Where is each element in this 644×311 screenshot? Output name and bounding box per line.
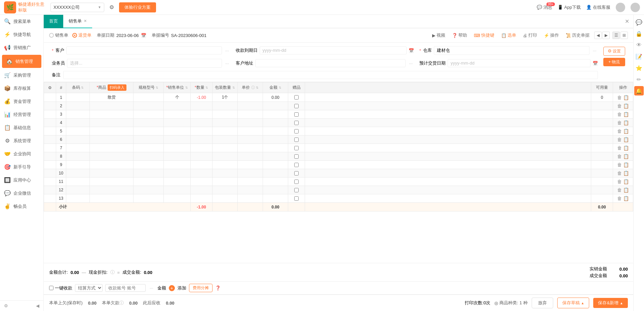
company-selector[interactable]: XXXXXX公司 ▼: [50, 3, 104, 12]
list-view-btn[interactable]: ☰: [612, 32, 620, 39]
customer-input[interactable]: [66, 46, 222, 54]
try-button[interactable]: 体验行业方案: [119, 2, 156, 12]
copy-row-icon[interactable]: 📋: [623, 112, 629, 117]
sidebar-item-finance[interactable]: 💰 资金管理: [0, 95, 43, 108]
row-spec-1[interactable]: [134, 93, 164, 102]
delete-row-icon[interactable]: 🗑: [617, 170, 622, 176]
nav-next-icon[interactable]: ▶: [602, 32, 610, 39]
expense-help-icon[interactable]: ❓: [215, 285, 221, 290]
video-btn[interactable]: ▶ 视频: [430, 32, 447, 39]
settings-button[interactable]: ⚙ 设置: [603, 47, 625, 56]
copy-row-icon[interactable]: 📋: [623, 154, 629, 159]
sidebar-item-system[interactable]: ⚙ 系统管理: [0, 134, 43, 147]
sidebar-item-basic-info[interactable]: 📋 基础信息: [0, 121, 43, 134]
expense-split-button[interactable]: 费用分摊: [189, 284, 213, 292]
copy-row-1-icon[interactable]: 📋: [623, 95, 629, 100]
delete-row-icon[interactable]: 🗑: [617, 103, 622, 109]
row-product-1[interactable]: 散货: [90, 93, 134, 102]
delete-row-icon[interactable]: 🗑: [617, 179, 622, 184]
copy-row-icon[interactable]: 📋: [623, 170, 629, 176]
help-btn[interactable]: ❓ 帮助: [450, 32, 469, 39]
select-btn[interactable]: 📋 选单: [499, 32, 518, 39]
row-gift-1[interactable]: [288, 93, 305, 102]
delete-row-icon[interactable]: 🗑: [617, 120, 622, 125]
online-service-button[interactable]: 👤 在线客服: [586, 4, 610, 10]
print-btn[interactable]: 🖨 打印: [521, 32, 539, 39]
copy-row-icon[interactable]: 📋: [623, 187, 629, 193]
row-settings-1[interactable]: [44, 93, 56, 102]
settings-icon[interactable]: ⚙: [107, 3, 116, 12]
copy-row-icon[interactable]: 📋: [623, 179, 629, 184]
tab-sales-order[interactable]: 销售单 ✕: [63, 15, 92, 28]
radio-sales-order[interactable]: 销售单: [49, 32, 68, 38]
nav-prev-icon[interactable]: ◀: [594, 32, 602, 39]
delete-row-1-icon[interactable]: 🗑: [617, 95, 622, 100]
one-click-pay-checkbox[interactable]: [49, 286, 53, 290]
history-btn[interactable]: 📜 历史单据: [564, 32, 592, 39]
copy-row-icon[interactable]: 📋: [623, 137, 629, 142]
sidebar-settings-btn[interactable]: ⚙: [4, 303, 8, 308]
copy-row-icon[interactable]: 📋: [623, 145, 629, 151]
customer-ellipsis-icon[interactable]: ···: [224, 48, 230, 53]
row-price-1[interactable]: [238, 93, 263, 102]
delete-row-icon[interactable]: 🗑: [617, 196, 622, 201]
warehouse-ellipsis-icon[interactable]: ···: [592, 48, 598, 53]
delete-row-icon[interactable]: 🗑: [617, 145, 622, 151]
help-circle-icon[interactable]: ⓘ: [119, 300, 124, 305]
right-tool-eye-btn[interactable]: 👁: [634, 40, 644, 50]
right-tool-edit-btn[interactable]: 📝: [634, 52, 644, 61]
row-qty-1[interactable]: -1.00: [191, 93, 213, 102]
row-unit-1[interactable]: 个: [164, 93, 191, 102]
right-tool-lock-btn[interactable]: 🔒: [634, 29, 644, 38]
date-value[interactable]: 2023-06-06: [116, 33, 139, 38]
settlement-select[interactable]: 结算方式: [75, 284, 103, 292]
order-number-value[interactable]: SA-20230606-001: [171, 33, 207, 38]
payment-due-calendar-icon[interactable]: 📅: [409, 48, 414, 53]
sidebar-item-vip[interactable]: ✌ 畅会员: [0, 200, 43, 213]
delivery-calendar-icon[interactable]: 📅: [593, 61, 598, 66]
row-pkgqty-1[interactable]: 1个: [213, 93, 238, 102]
salesperson-input[interactable]: 选择...: [67, 59, 222, 68]
app-download-button[interactable]: 📱 App下载: [558, 4, 581, 10]
copy-row-icon[interactable]: 📋: [623, 120, 629, 125]
tab-home[interactable]: 首页: [44, 15, 63, 28]
row-remark-1[interactable]: [305, 93, 591, 102]
tab-close-icon[interactable]: ✕: [84, 19, 87, 23]
sidebar-item-purchase[interactable]: 🛒 采购管理: [0, 69, 43, 82]
grid-view-btn[interactable]: ⊞: [620, 32, 628, 39]
address-ellipsis-icon[interactable]: ···: [408, 61, 414, 66]
save-draft-button[interactable]: 保存草稿 ▲: [557, 298, 590, 308]
save-new-button[interactable]: 保存&新增 ▲: [593, 298, 628, 308]
message-button[interactable]: 💬 消息 99+: [537, 4, 552, 10]
discard-button[interactable]: 放弃: [532, 298, 553, 308]
calendar-icon[interactable]: 📅: [141, 33, 146, 38]
close-all-tabs-icon[interactable]: ✕: [621, 18, 633, 25]
warehouse-input[interactable]: 建材仓: [434, 46, 590, 55]
operate-btn[interactable]: ⚡ 操作: [542, 32, 561, 39]
delete-row-icon[interactable]: 🗑: [617, 128, 622, 134]
copy-row-icon[interactable]: 📋: [623, 103, 629, 109]
radio-return-order[interactable]: 退货单: [72, 32, 91, 38]
sidebar-item-quick-nav[interactable]: ⚡ 快捷导航: [0, 28, 43, 41]
sidebar-item-operations[interactable]: 📊 经营管理: [0, 108, 43, 121]
discount-help-icon[interactable]: ⓘ: [110, 269, 115, 275]
sidebar-item-enterprise[interactable]: 🤝 企业协同: [0, 147, 43, 160]
sidebar-item-apps[interactable]: 🔲 应用中心: [0, 173, 43, 187]
sidebar-item-wechat[interactable]: 💬 企业微信: [0, 187, 43, 200]
bank-account-ellipsis-icon[interactable]: ···: [148, 285, 155, 290]
row-amount-1[interactable]: 0.00: [263, 93, 288, 102]
right-tool-pencil-btn[interactable]: ✏: [634, 75, 644, 84]
payment-due-input[interactable]: yyyy-mm-dd: [260, 46, 407, 54]
sidebar-item-inventory[interactable]: 📦 库存核算: [0, 82, 43, 95]
sidebar-item-search[interactable]: 🔍 搜索菜单: [0, 15, 43, 28]
right-tool-star-btn[interactable]: ⭐: [634, 63, 644, 73]
user-avatar[interactable]: [616, 3, 625, 12]
delete-row-icon[interactable]: 🗑: [617, 112, 622, 117]
add-payment-button[interactable]: +: [169, 285, 175, 291]
copy-row-icon[interactable]: 📋: [623, 196, 629, 201]
copy-row-icon[interactable]: 📋: [623, 128, 629, 134]
right-tool-comment-btn[interactable]: 💬: [634, 17, 644, 27]
shortcut-btn[interactable]: ⌨ 快捷键: [472, 32, 496, 39]
sidebar-item-marketing[interactable]: 📢 营销推广: [0, 41, 43, 54]
scan-button[interactable]: 扫码录入: [108, 84, 126, 91]
